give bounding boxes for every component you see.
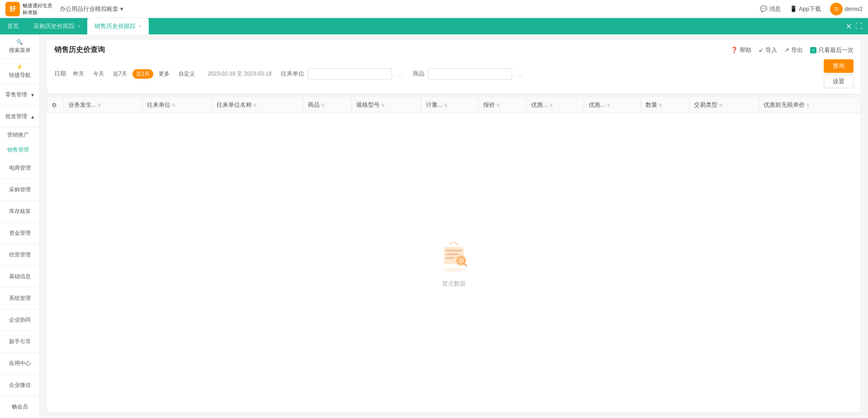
empty-text: 暂元数据 [442,280,466,288]
export-button[interactable]: ↗ 导出 [784,46,803,54]
trading-unit-more[interactable]: ... [396,71,404,77]
sidebar-item-wholesale-mgmt[interactable]: 批发管理 ▴ [0,106,39,128]
sidebar-item-sales-mgmt[interactable]: 销售管理 [0,142,39,157]
sidebar: 🔍 搜索菜单 ⚡ 快捷导航 零售管理 ▾ 批发管理 ▴ 营销推广 销售管理 电商… [0,34,40,418]
top-bar: 好 畅捷通好生意 标准版 办公用品行业模拟账套 ▾ 💬 消息 📱 App下载 D… [0,0,868,18]
date-tab-7days[interactable]: 近7天 [109,69,131,79]
product-label: 商品 [413,70,425,78]
tab-sales-history[interactable]: 销售历史价跟踪 × [87,18,148,34]
sidebar-item-marketing[interactable]: 营销推广 [0,128,39,142]
export-icon: ↗ [784,47,789,53]
only-last-checkbox[interactable]: ✓ 只看最后一次 [810,46,854,54]
col-discount1[interactable]: 优惠... ⇅ [527,97,584,113]
sidebar-item-search-menu[interactable]: 🔍 搜索菜单 [0,34,39,59]
sidebar-item-enterprise-collab[interactable]: 企业协同 [0,309,39,331]
date-tab-1month[interactable]: 近1月 [132,69,154,79]
sidebar-item-enterprise-wechat[interactable]: 企业微信 [0,375,39,396]
col-spec[interactable]: 规格型号 ⇅ [351,97,421,113]
help-icon: ❓ [731,47,738,53]
table-header-row: ⚙ 业务发生... ⇅ 往来单 [47,97,861,113]
maximize-button[interactable]: ⛶ [855,22,863,30]
date-tab-more[interactable]: 更多 [155,69,173,79]
tab-bar-actions: ✕ ⛶ [846,22,868,31]
message-icon: 💬 [760,5,767,12]
sidebar-item-quick-nav[interactable]: ⚡ 快捷导航 [0,59,39,84]
query-card-header: 销售历史价查询 ❓ 帮助 ↙ 导入 ↗ 导出 [54,45,854,55]
sidebar-item-vip-member[interactable]: 畅会员 [0,396,39,418]
trading-unit-input[interactable] [308,68,392,80]
close-purchase-tab-icon[interactable]: × [77,24,80,29]
chevron-up-icon: ▴ [31,114,34,120]
logo-text: 畅捷通好生意 标准版 [23,2,52,15]
sort-icon: ⇅ [806,103,810,108]
sort-icon: ⇅ [172,103,175,108]
col-trade-type[interactable]: 交易类型 ⇅ [689,97,759,113]
top-right-actions: 💬 消息 📱 App下载 D demo2 [760,3,863,15]
data-table: ⚙ 业务发生... ⇅ 往来单 [47,97,861,113]
message-button[interactable]: 💬 消息 [760,5,781,13]
nav-icon: ⚡ [16,64,23,70]
col-biz-date[interactable]: 业务发生... ⇅ [63,97,142,113]
sidebar-item-purchase-mgmt[interactable]: 采购管理 [0,179,39,201]
content-area: 销售历史价查询 ❓ 帮助 ↙ 导入 ↗ 导出 [40,34,868,418]
tab-home[interactable]: 首页 [0,18,26,34]
sidebar-item-system-mgmt[interactable]: 系统管理 [0,288,39,309]
date-range-display: 2023-02-18 至 2023-03-18 [208,70,271,78]
help-button[interactable]: ❓ 帮助 [731,46,751,54]
product-more[interactable]: ... [516,71,524,77]
sidebar-item-retail-mgmt[interactable]: 零售管理 ▾ [0,84,39,106]
col-qty[interactable]: 数量 ⇅ [641,97,689,113]
col-unit[interactable]: 计量... ⇅ [421,97,479,113]
sort-icon: ⇅ [719,103,722,108]
product-filter-group: 商品 ... [413,68,524,80]
col-trading-unit[interactable]: 往来单位 ⇅ [142,97,212,113]
sort-icon: ⇅ [496,103,500,108]
trading-unit-label: 往来单位 [281,70,304,78]
sidebar-item-operations-mgmt[interactable]: 经营管理 [0,244,39,266]
import-button[interactable]: ↙ 导入 [759,46,777,54]
close-sales-tab-icon[interactable]: × [138,24,141,29]
import-icon: ↙ [759,47,764,53]
sort-icon: ⇅ [253,103,257,108]
user-menu[interactable]: D demo2 [830,3,863,15]
sidebar-item-new-guide[interactable]: 新手引导 [0,331,39,353]
page-content: 销售历史价查询 ❓ 帮助 ↙ 导入 ↗ 导出 [40,34,868,418]
chevron-down-icon: ▾ [31,92,34,98]
product-input[interactable] [428,68,512,80]
industry-selector[interactable]: 办公用品行业模拟账套 ▾ [56,3,127,15]
svg-point-0 [443,267,465,272]
svg-rect-3 [446,253,458,255]
col-product[interactable]: 商品 ⇅ [303,97,352,113]
tab-bar: 首页 采购历史价跟踪 × 销售历史价跟踪 × ✕ ⛶ [0,18,868,34]
col-discount2[interactable]: 优惠... ⇅ [584,97,641,113]
date-tab-custom[interactable]: 自定义 [175,69,198,79]
app-download-button[interactable]: 📱 App下载 [790,5,821,13]
page-title: 销售历史价查询 [54,45,105,55]
sidebar-item-basic-info[interactable]: 基础信息 [0,266,39,288]
sidebar-item-fund-mgmt[interactable]: 资金管理 [0,223,39,244]
sidebar-item-app-center[interactable]: 应用中心 [0,353,39,375]
settings-button[interactable]: 设置 [824,75,854,88]
tab-purchase-history[interactable]: 采购历史价跟踪 × [26,18,87,34]
date-label: 日期 [54,70,66,78]
sort-icon: ⇅ [549,103,553,108]
date-tab-today[interactable]: 今天 [90,69,108,79]
query-card: 销售历史价查询 ❓ 帮助 ↙ 导入 ↗ 导出 [47,40,861,94]
svg-rect-4 [446,257,455,259]
col-quote[interactable]: 报价 ⇅ [478,97,527,113]
avatar: D [830,3,843,15]
query-button[interactable]: 查询 [824,59,854,73]
col-trading-unit-name[interactable]: 往来单位名称 ⇅ [212,97,303,113]
chevron-down-icon: ▾ [120,5,123,12]
date-tabs: 昨天 今天 近7天 近1月 更多 自定义 [70,69,198,79]
date-tab-yesterday[interactable]: 昨天 [70,69,88,79]
gear-icon[interactable]: ⚙ [52,102,57,109]
col-pre-tax-price[interactable]: 优惠前无税单价 ⇅ [759,97,861,113]
empty-icon [436,238,472,274]
logo-icon: 好 [5,2,20,16]
close-tab-button[interactable]: ✕ [846,22,852,31]
sort-icon: ⇅ [98,103,101,108]
sidebar-item-ecom-mgmt[interactable]: 电商管理 [0,157,39,179]
sidebar-item-inventory-check[interactable]: 库存核算 [0,201,39,223]
sort-icon: ⇅ [659,103,662,108]
